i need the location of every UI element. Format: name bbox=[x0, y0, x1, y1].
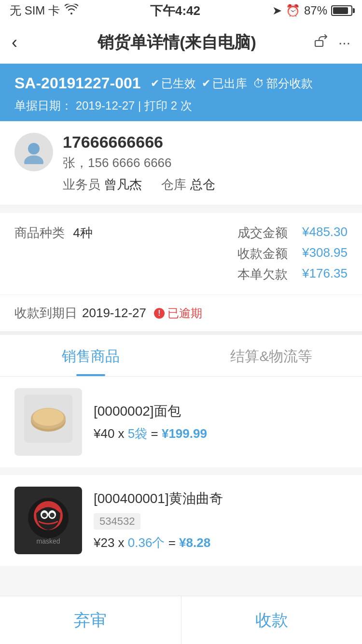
customer-section: 17666666666 张，156 6666 6666 业务员 曾凡杰 仓库 总… bbox=[0, 121, 362, 205]
confirm-label: 收款 bbox=[255, 609, 288, 631]
tabs-section: 销售商品 结算&物流等 bbox=[0, 335, 362, 377]
status-tags: ✔ 已生效 ✔ 已出库 ⏱ 部分收款 bbox=[151, 76, 313, 91]
date-label: 单据日期： bbox=[14, 99, 72, 112]
sales-value: 曾凡杰 bbox=[104, 176, 142, 193]
summary-left: 商品种类 4种 bbox=[14, 224, 93, 283]
date-value: 2019-12-27 bbox=[76, 99, 135, 112]
status-tag-partial: ⏱ 部分收款 bbox=[253, 76, 313, 91]
customer-name-phone: 张，156 6666 6666 bbox=[63, 154, 348, 171]
page-title: 销货单详情(来自电脑) bbox=[41, 31, 313, 54]
status-bar: 无 SIM 卡 下午4:42 ➤ ⏰ 87% bbox=[0, 0, 362, 21]
wifi-icon bbox=[65, 4, 78, 17]
product-total-cookie: ¥8.28 bbox=[179, 535, 210, 550]
product-name-cookie: [000400001]黄油曲奇 bbox=[94, 490, 348, 508]
overdue-badge-label: 已逾期 bbox=[167, 306, 202, 321]
product-name-bread: [0000002]面包 bbox=[94, 402, 348, 420]
deal-value: ¥485.30 bbox=[302, 224, 348, 241]
cancel-label: 弃审 bbox=[74, 609, 107, 631]
order-header-banner: SA-20191227-001 ✔ 已生效 ✔ 已出库 ⏱ 部分收款 单据日期：… bbox=[0, 64, 362, 121]
order-id: SA-20191227-001 bbox=[14, 74, 141, 92]
order-header-top: SA-20191227-001 ✔ 已生效 ✔ 已出库 ⏱ 部分收款 bbox=[14, 74, 348, 92]
overdue-section: 收款到期日 2019-12-27 ! 已逾期 bbox=[0, 295, 362, 335]
nav-bar: ‹ 销货单详情(来自电脑) ··· bbox=[0, 21, 362, 64]
receipt-row: 收款金额 ¥308.95 bbox=[237, 245, 348, 262]
status-partial-label: 部分收款 bbox=[266, 76, 313, 91]
check-shipped-icon: ✔ bbox=[202, 77, 210, 90]
check-active-icon: ✔ bbox=[151, 77, 159, 90]
battery-label: 87% bbox=[304, 4, 327, 17]
overdue-label: 收款到期日 bbox=[14, 305, 77, 322]
print-count: 2 bbox=[171, 99, 177, 112]
status-time: 下午4:42 bbox=[150, 2, 200, 19]
svg-point-13 bbox=[50, 513, 55, 518]
svg-point-2 bbox=[24, 155, 43, 164]
status-tag-shipped: ✔ 已出库 bbox=[202, 76, 247, 91]
debt-row: 本单欠款 ¥176.35 bbox=[237, 266, 348, 283]
summary-right: 成交金额 ¥485.30 收款金额 ¥308.95 本单欠款 ¥176.35 bbox=[237, 224, 348, 283]
location-icon: ➤ bbox=[272, 4, 282, 17]
battery-icon bbox=[331, 5, 352, 16]
tab-settlement-label: 结算&物流等 bbox=[230, 348, 312, 364]
bread-image-placeholder bbox=[24, 394, 72, 449]
overdue-badge: ! 已逾期 bbox=[154, 306, 202, 321]
debt-value: ¥176.35 bbox=[302, 266, 348, 283]
warehouse-label: 仓库 bbox=[161, 176, 186, 193]
product-qty-cookie: 0.36个 bbox=[128, 535, 165, 550]
tab-settlement[interactable]: 结算&物流等 bbox=[181, 335, 362, 376]
print-label: | 打印 bbox=[138, 99, 167, 112]
more-icon[interactable]: ··· bbox=[338, 34, 350, 51]
products-list: [0000002]面包 ¥40 x 5袋 = ¥199.99 masked bbox=[0, 377, 362, 566]
product-price-cookie: ¥23 x 0.36个 = ¥8.28 bbox=[94, 534, 348, 551]
status-shipped-label: 已出库 bbox=[212, 76, 247, 91]
back-button[interactable]: ‹ bbox=[12, 32, 41, 53]
svg-text:masked: masked bbox=[36, 537, 60, 545]
product-info-cookie: [000400001]黄油曲奇 534532 ¥23 x 0.36个 = ¥8.… bbox=[94, 490, 348, 551]
tab-sales-products[interactable]: 销售商品 bbox=[0, 335, 181, 376]
overdue-dot-icon: ! bbox=[154, 308, 165, 319]
svg-rect-0 bbox=[315, 41, 323, 46]
bottom-bar: 弃审 收款 bbox=[0, 596, 362, 644]
deal-row: 成交金额 ¥485.30 bbox=[237, 224, 348, 241]
sales-meta: 业务员 曾凡杰 bbox=[63, 176, 142, 193]
product-total-bread: ¥199.99 bbox=[162, 426, 207, 441]
warehouse-meta: 仓库 总仓 bbox=[161, 176, 215, 193]
product-qty-bread: 5袋 bbox=[128, 426, 147, 441]
tab-sales-label: 销售商品 bbox=[62, 348, 120, 364]
svg-point-1 bbox=[28, 143, 40, 154]
product-code-bread: [0000002] bbox=[94, 404, 154, 419]
customer-info: 17666666666 张，156 6666 6666 业务员 曾凡杰 仓库 总… bbox=[63, 133, 348, 193]
receipt-value: ¥308.95 bbox=[302, 245, 348, 262]
product-card-bread: [0000002]面包 ¥40 x 5袋 = ¥199.99 bbox=[0, 377, 362, 467]
svg-point-6 bbox=[33, 408, 64, 426]
product-batch-cookie: 534532 bbox=[94, 513, 140, 530]
confirm-button[interactable]: 收款 bbox=[181, 596, 362, 644]
carrier-label: 无 SIM 卡 bbox=[10, 3, 60, 18]
sales-label: 业务员 bbox=[63, 176, 100, 193]
cancel-button[interactable]: 弃审 bbox=[0, 596, 181, 644]
status-left: 无 SIM 卡 bbox=[10, 3, 78, 18]
clock-icon: ⏱ bbox=[253, 77, 265, 90]
status-active-label: 已生效 bbox=[161, 76, 196, 91]
overdue-date: 2019-12-27 bbox=[82, 306, 146, 321]
product-price-bread: ¥40 x 5袋 = ¥199.99 bbox=[94, 425, 348, 442]
status-tag-active: ✔ 已生效 bbox=[151, 76, 196, 91]
receipt-label: 收款金额 bbox=[237, 245, 288, 262]
product-image-bread bbox=[14, 388, 82, 456]
warehouse-value: 总仓 bbox=[190, 176, 215, 193]
nav-actions: ··· bbox=[313, 33, 350, 52]
share-icon[interactable] bbox=[313, 33, 329, 52]
avatar bbox=[14, 133, 53, 171]
product-info-bread: [0000002]面包 ¥40 x 5袋 = ¥199.99 bbox=[94, 402, 348, 442]
product-card-cookie: masked [000400001]黄油曲奇 534532 ¥23 x 0.36… bbox=[0, 475, 362, 566]
type-label: 商品种类 bbox=[14, 225, 65, 240]
product-code-cookie: [000400001] bbox=[94, 491, 169, 506]
customer-id: 17666666666 bbox=[63, 133, 348, 152]
print-suffix: 次 bbox=[181, 99, 192, 112]
customer-meta: 业务员 曾凡杰 仓库 总仓 bbox=[63, 176, 348, 193]
product-image-cookie: masked bbox=[14, 487, 82, 554]
debt-label: 本单欠款 bbox=[237, 266, 288, 283]
summary-section: 商品种类 4种 成交金额 ¥485.30 收款金额 ¥308.95 本单欠款 ¥… bbox=[0, 213, 362, 295]
deal-label: 成交金额 bbox=[237, 224, 288, 241]
type-value: 4种 bbox=[73, 225, 92, 240]
alarm-icon: ⏰ bbox=[286, 4, 300, 17]
